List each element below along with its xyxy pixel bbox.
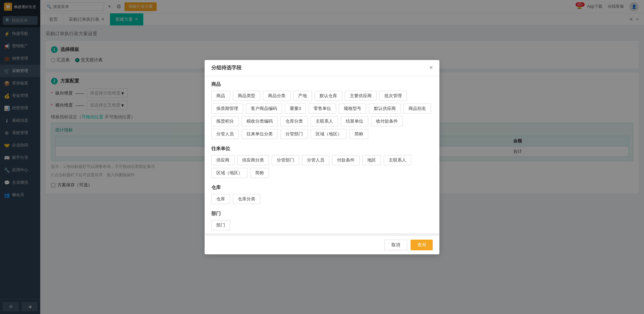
field-tag[interactable]: 分管部门 xyxy=(272,155,299,165)
field-section-往来单位: 往来单位供应商供应商分类分管部门分管人员付款条件地区主联系人区域（地区）简称 xyxy=(211,146,433,178)
field-tag[interactable]: 零售单位 xyxy=(309,104,336,114)
field-tag[interactable]: 商品分类 xyxy=(263,91,290,101)
field-tag[interactable]: 收付款条件 xyxy=(371,116,403,126)
field-tag[interactable]: 地区 xyxy=(362,155,381,165)
modal-close-btn[interactable]: × xyxy=(430,65,433,71)
field-tag[interactable]: 商品别名 xyxy=(404,104,431,114)
modal-overlay: 分组待选字段 × 商品商品商品类型商品分类产地默认仓库主要供应商批次管理保质期管… xyxy=(0,0,644,203)
field-tag[interactable]: 重量3 xyxy=(285,104,306,114)
field-tag[interactable]: 商品类型 xyxy=(233,91,260,101)
field-section-仓库: 仓库仓库仓库分类 xyxy=(211,185,433,203)
field-tags-往来单位: 供应商供应商分类分管部门分管人员付款条件地区主联系人区域（地区）简称 xyxy=(211,155,433,178)
field-tag[interactable]: 仓库 xyxy=(211,194,230,203)
field-tag[interactable]: 区域（地区） xyxy=(211,168,248,178)
field-tag[interactable]: 供应商 xyxy=(211,155,234,165)
field-section-title: 仓库 xyxy=(211,185,433,191)
field-tag[interactable]: 默认供应商 xyxy=(369,104,401,114)
field-tag[interactable]: 拣货积分 xyxy=(211,116,239,126)
field-tag[interactable]: 保质期管理 xyxy=(211,104,243,114)
field-tag[interactable]: 供应商分类 xyxy=(237,155,269,165)
field-tag[interactable]: 结算单位 xyxy=(341,116,368,126)
modal-body: 商品商品商品类型商品分类产地默认仓库主要供应商批次管理保质期管理客户商品编码重量… xyxy=(205,76,439,203)
field-tag[interactable]: 分管部门 xyxy=(280,129,308,139)
field-section-title: 商品 xyxy=(211,81,433,87)
field-tag[interactable]: 产地 xyxy=(293,91,312,101)
field-tag[interactable]: 主联系人 xyxy=(384,155,411,165)
field-tag[interactable]: 区域（地区） xyxy=(311,129,347,139)
modal-dialog: 分组待选字段 × 商品商品商品类型商品分类产地默认仓库主要供应商批次管理保质期管… xyxy=(205,60,439,203)
field-tag[interactable]: 主要供应商 xyxy=(345,91,377,101)
field-section-商品: 商品商品商品类型商品分类产地默认仓库主要供应商批次管理保质期管理客户商品编码重量… xyxy=(211,81,433,139)
field-tag[interactable]: 客户商品编码 xyxy=(246,104,282,114)
field-tag[interactable]: 商品 xyxy=(211,91,230,101)
field-tag[interactable]: 主联系人 xyxy=(311,116,338,126)
field-tag[interactable]: 仓库分类 xyxy=(280,116,308,126)
modal-header: 分组待选字段 × xyxy=(205,60,439,76)
field-tag[interactable]: 付款条件 xyxy=(332,155,360,165)
field-section-title: 往来单位 xyxy=(211,146,433,152)
field-tags-仓库: 仓库仓库分类 xyxy=(211,194,433,203)
field-tag[interactable]: 简称 xyxy=(350,129,368,139)
field-tag[interactable]: 分管人员 xyxy=(302,155,329,165)
field-tag[interactable]: 分管人员 xyxy=(211,129,239,139)
field-tag[interactable]: 规格型号 xyxy=(339,104,366,114)
field-tag[interactable]: 简称 xyxy=(250,168,269,178)
field-tag[interactable]: 税收分类编码 xyxy=(241,116,278,126)
field-tag[interactable]: 批次管理 xyxy=(379,91,407,101)
field-tags-商品: 商品商品类型商品分类产地默认仓库主要供应商批次管理保质期管理客户商品编码重量3零… xyxy=(211,91,433,139)
field-tag[interactable]: 仓库分类 xyxy=(233,194,260,203)
field-tag[interactable]: 往来单位分类 xyxy=(241,129,278,139)
field-tag[interactable]: 默认仓库 xyxy=(315,91,342,101)
modal-title: 分组待选字段 xyxy=(211,65,241,71)
